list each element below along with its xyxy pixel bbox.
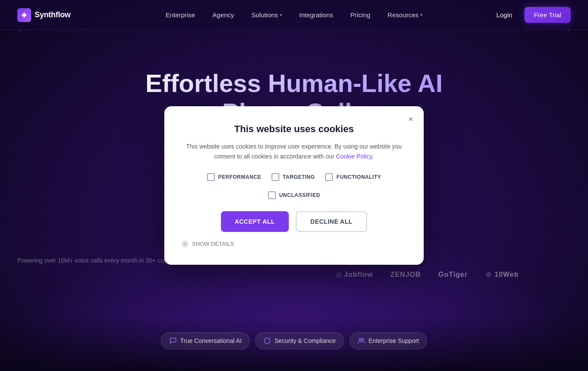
gear-icon [182, 241, 189, 247]
modal-close-button[interactable]: × [405, 113, 417, 125]
decline-all-button[interactable]: DECLINE ALL [296, 211, 368, 232]
cookie-modal-overlay: × This website uses cookies This website… [0, 0, 588, 371]
cookie-policy-link[interactable]: Cookie Policy. [336, 153, 374, 160]
cookie-modal: × This website uses cookies This website… [164, 106, 424, 265]
unclassified-checkbox[interactable] [268, 191, 276, 199]
cookie-option-unclassified[interactable]: UNCLASSIFIED [268, 191, 320, 199]
modal-buttons: ACCEPT ALL DECLINE ALL [182, 211, 406, 232]
modal-title: This website uses cookies [182, 124, 406, 135]
cookie-option-functionality[interactable]: FUNCTIONALITY [325, 173, 381, 181]
show-details-button[interactable]: SHOW DETAILS [182, 241, 234, 247]
cookie-option-targeting[interactable]: TARGETING [272, 173, 315, 181]
accept-all-button[interactable]: ACCEPT ALL [221, 211, 289, 232]
performance-checkbox[interactable] [207, 173, 215, 181]
functionality-checkbox[interactable] [325, 173, 333, 181]
targeting-checkbox[interactable] [272, 173, 279, 181]
cookie-option-performance[interactable]: PERFORMANCE [207, 173, 262, 181]
modal-description: This website uses cookies to improve use… [182, 142, 406, 161]
svg-point-3 [184, 243, 186, 245]
cookie-options-group: PERFORMANCE TARGETING FUNCTIONALITY UNCL… [182, 173, 406, 199]
